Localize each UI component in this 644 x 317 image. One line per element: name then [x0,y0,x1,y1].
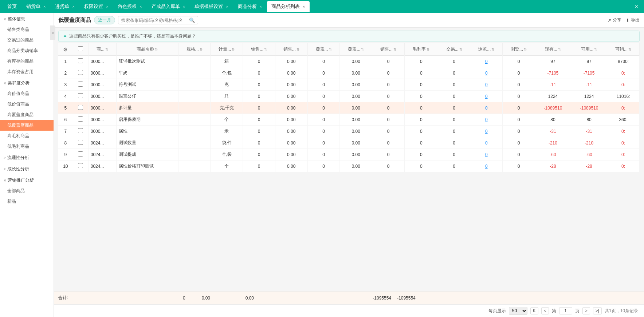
sidebar-item-category-sales-rate[interactable]: 商品分类动销率 [0,45,54,56]
cell-checkbox[interactable] [73,149,88,161]
col-settings[interactable]: ⚙ [58,43,73,56]
col-cover1[interactable]: 覆盖...⇅ [307,43,340,56]
share-button[interactable]: ↗ 分享 [608,17,621,23]
sidebar-section-marketing[interactable]: ∨ 营销推广分析 [0,174,54,186]
first-page-button[interactable]: K [530,307,538,314]
col-browse1[interactable]: 浏览...⇅ [470,43,503,56]
row-checkbox[interactable] [78,163,83,168]
page-number-input[interactable] [559,307,572,314]
cell-b1[interactable]: 0 [470,114,503,126]
cell-b1[interactable]: 0 [470,91,503,102]
cell-b1[interactable]: 0 [470,67,503,79]
row-checkbox[interactable] [78,82,83,87]
sidebar-item-high-profit[interactable]: 高毛利商品 [0,131,54,141]
col-checkbox[interactable] [73,43,88,56]
cell-checkbox[interactable] [73,79,88,91]
sidebar-item-low-profit[interactable]: 低毛利商品 [0,141,54,152]
sidebar-section-liquidity[interactable]: > 流通性分析 [0,152,54,163]
cell-b1[interactable]: 0 [470,56,503,67]
nav-role-auth[interactable]: 角色授权 × [113,1,146,12]
table-row[interactable]: 9 0024... 测试提成 个,袋 0 0.00 0 0.00 0 0 0 0… [58,149,640,161]
col-sales2[interactable]: 销售...⇅ [275,43,307,56]
col-unit[interactable]: 计量...⇅ [211,43,243,56]
sidebar-collapse-button[interactable]: « [50,25,55,40]
nav-product-inbound[interactable]: 产成品入库单 × [147,1,189,12]
page-size-select[interactable]: 50 100 200 [509,307,527,315]
sidebar-item-sales-goods[interactable]: 销售类商品 [0,24,54,35]
next-page-button[interactable]: > [582,307,590,314]
close-icon[interactable]: × [72,4,74,9]
close-icon[interactable]: × [260,4,262,9]
col-gross[interactable]: 毛利率⇅ [404,43,438,56]
sidebar-section-overall[interactable]: ∨ 整体信息 [0,13,54,24]
table-row[interactable]: 8 0024... 测试数量 袋,件 0 0.00 0 0.00 0 0 0 0… [58,137,640,149]
col-browse2[interactable]: 浏览...⇅ [503,43,535,56]
cell-b1[interactable]: 0 [470,126,503,137]
nav-template-settings[interactable]: 单据模板设置 × [190,1,232,12]
settings-icon[interactable]: ⚙ [63,47,68,52]
cell-checkbox[interactable] [73,126,88,137]
table-row[interactable]: 5 0000... 多计量 克,千克 0 0.00 0 0.00 0 0 0 0… [58,102,640,114]
table-row[interactable]: 6 0000... 启用保质期 个 0 0.00 0 0.00 0 0 0 0 … [58,114,640,126]
cell-checkbox[interactable] [73,137,88,149]
col-stock3[interactable]: 可销...⇅ [607,43,640,56]
close-icon[interactable]: × [106,4,108,9]
cell-b1[interactable]: 0 [470,149,503,161]
row-checkbox[interactable] [78,151,83,156]
table-row[interactable]: 4 0000... 眼宝公仔 只 0 0.00 0 0.00 0 0 0 0 0… [58,91,640,102]
sidebar-item-traded-goods[interactable]: 交易过的商品 [0,35,54,45]
sidebar-section-cluster-analysis[interactable]: ∨ 类群度分析 [0,77,54,88]
close-icon[interactable]: × [303,4,305,9]
sidebar-item-in-stock-goods[interactable]: 有库存的商品 [0,56,54,67]
cell-b1[interactable]: 0 [470,102,503,114]
sidebar-item-low-value[interactable]: 低价值商品 [0,99,54,110]
col-spec[interactable]: 规格...⇅ [178,43,211,56]
col-trade[interactable]: 交易...⇅ [438,43,470,56]
nav-purchase-order[interactable]: 进货单 × [51,1,79,12]
sidebar-item-all-goods[interactable]: 全部商品 [0,186,54,196]
prev-page-button[interactable]: < [541,307,549,314]
close-icon[interactable]: × [43,4,46,9]
col-code[interactable]: 商...⇅ [88,43,116,56]
cell-checkbox[interactable] [73,56,88,67]
cell-b1[interactable]: 0 [470,161,503,172]
sidebar-item-new-goods[interactable]: 新品 [0,196,54,207]
col-sales1[interactable]: 销售...⇅ [243,43,275,56]
row-checkbox[interactable] [78,70,83,75]
nav-permission-settings[interactable]: 权限设置 × [80,1,113,12]
sidebar-item-stock-capital[interactable]: 库存资金占用 [0,67,54,77]
nav-product-analysis-list[interactable]: 商品分析列表 × [267,1,309,12]
export-button[interactable]: ⬇ 导出 [626,17,640,23]
last-page-button[interactable]: >| [593,307,602,314]
nav-sales-order[interactable]: 销货单 × [22,1,50,12]
close-icon[interactable]: × [226,4,228,9]
table-wrapper[interactable]: ⚙ 商...⇅ 商品名称⇅ 规格...⇅ 计量...⇅ 销售...⇅ 销售...… [58,43,640,291]
select-all-checkbox[interactable] [78,46,83,51]
row-checkbox[interactable] [78,116,83,122]
filter-button[interactable]: 近一月 [94,16,115,24]
sidebar-item-high-coverage[interactable]: 高覆盖度商品 [0,110,54,120]
col-stock2[interactable]: 可用...⇅ [571,43,607,56]
nav-product-analysis[interactable]: 商品分析 × [233,1,266,12]
col-cover2[interactable]: 覆盖...⇅ [340,43,372,56]
cell-checkbox[interactable] [73,67,88,79]
cell-checkbox[interactable] [73,161,88,172]
window-close-button[interactable]: × [632,2,641,11]
close-icon[interactable]: × [140,4,142,9]
cell-checkbox[interactable] [73,91,88,102]
row-checkbox[interactable] [78,58,83,63]
sidebar-item-low-coverage[interactable]: 低覆盖度商品 [0,120,54,131]
table-row[interactable]: 2 0000... 牛奶 个,包 0 0.00 0 0.00 0 0 0 0 0… [58,67,640,79]
cell-b1[interactable]: 0 [470,79,503,91]
row-checkbox[interactable] [78,105,83,110]
close-icon[interactable]: × [183,4,185,9]
row-checkbox[interactable] [78,140,83,145]
col-name[interactable]: 商品名称⇅ [117,43,178,56]
table-row[interactable]: 3 0000... 符号测试 克 0 0.00 0 0.00 0 0 0 0 0… [58,79,640,91]
table-row[interactable]: 10 0024... 属性价格打印测试 个 0 0.00 0 0.00 0 0 … [58,161,640,172]
sidebar-section-growth[interactable]: > 成长性分析 [0,163,54,174]
table-row[interactable]: 7 0000... 属性 米 0 0.00 0 0.00 0 0 0 0 0 -… [58,126,640,137]
col-sales3[interactable]: 销售...⇅ [372,43,405,56]
sidebar-item-high-value[interactable]: 高价值商品 [0,88,54,99]
col-stock1[interactable]: 现有...⇅ [535,43,571,56]
